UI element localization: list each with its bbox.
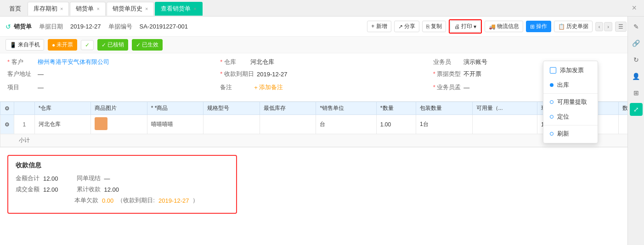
operation-button[interactable]: ⊞ 操作 [526, 21, 551, 32]
prev-button[interactable]: ‹ [595, 22, 604, 31]
col-gear[interactable]: ⚙ [0, 102, 14, 115]
copy-icon: ⎘ [426, 23, 429, 30]
sidebar-grid-icon[interactable]: ⊞ [630, 86, 643, 99]
due-suffix: （收款到期日: [117, 196, 155, 205]
list-view-toggle[interactable]: ☰ [615, 22, 627, 32]
next-button[interactable]: › [604, 22, 612, 31]
row-available [472, 115, 537, 134]
col-warehouse: *仓库 [34, 102, 91, 115]
dropdown-location[interactable]: 定位 [543, 109, 598, 124]
not-open-label: 未开票 [56, 41, 73, 49]
ticket-type-label: 票据类型 [433, 70, 461, 78]
total-label: 金额合计 [16, 174, 40, 182]
dropdown-quantity-extract[interactable]: 可用量提取 [543, 95, 598, 109]
doc-title: 销货单 [14, 23, 32, 31]
print-highlight-box: 🖨 打印 ▾ [449, 19, 482, 34]
col-unit: *销售单位 [316, 102, 376, 115]
right-sidebar: ✎ 🔗 ↻ 👤 ⊞ ⤢ [627, 17, 644, 245]
remark-field: 备注 + 添加备注 [220, 82, 424, 93]
close-view-sales-tab[interactable]: × [193, 6, 196, 11]
close-sales-tab[interactable]: × [96, 6, 99, 11]
from-phone-button[interactable]: 📱 来自手机 [6, 39, 44, 51]
tab-view-sales[interactable]: 查看销货单 × [155, 2, 202, 16]
date-label: 单据日期 [39, 23, 63, 31]
sidebar-refresh-icon[interactable]: ↻ [630, 53, 643, 66]
dropdown-add-invoice[interactable]: 添加发票 [543, 63, 598, 78]
print-dropdown-icon: ▾ [474, 23, 476, 30]
new-label: + 新增 [371, 23, 387, 30]
col-available: 可用量（... [472, 102, 537, 115]
payment-section: 收款信息 金额合计 12.00 同单现结 — 成交金额 12.00 [0, 148, 644, 221]
effective-label: 已生效 [142, 41, 158, 49]
share-button[interactable]: ↗ 分享 [394, 21, 419, 32]
due-suffix2: ） [192, 196, 198, 205]
check-icon-btn[interactable]: ✓ [81, 40, 94, 50]
total-value: 12.00 [43, 175, 58, 182]
form-row-1: 客户 柳州粤港平安气体有限公司 仓库 河北仓库 业务员 演示账号 [7, 58, 637, 66]
sidebar-user-icon[interactable]: 👤 [630, 70, 643, 83]
effective-badge[interactable]: ✓ 已生效 [132, 39, 163, 51]
same-order-label: 同单现结 [77, 174, 101, 182]
phone-icon: 📱 [10, 42, 17, 48]
effect-check-icon: ✓ [136, 42, 141, 48]
checked-badge[interactable]: ✓ 已核销 [97, 39, 128, 51]
print-button[interactable]: 🖨 打印 ▾ [450, 21, 480, 32]
window-close-button[interactable]: × [628, 3, 640, 13]
sidebar-edit-icon[interactable]: ✎ [630, 20, 643, 33]
tab-sales[interactable]: 销货单 × [70, 2, 105, 16]
history-button[interactable]: 📋 历史单据 [554, 21, 593, 32]
logistics-label: 物流信息 [497, 23, 519, 30]
same-order-item: 同单现结 — [77, 174, 110, 182]
sidebar-link-icon[interactable]: 🔗 [630, 37, 643, 50]
add-remark-button[interactable]: + 添加备注 [250, 82, 287, 93]
nav-arrows: ‹ › [595, 22, 612, 31]
dropdown-divider-1 [543, 93, 598, 94]
row-product: 嘻嘻嘻嘻 [147, 115, 203, 134]
payment-date-value: 2019-12-27 [257, 71, 288, 78]
dropdown-divider-2 [543, 125, 598, 125]
outbound-icon [550, 83, 554, 87]
due-label: 本单欠款 [74, 196, 98, 205]
dropdown-refresh[interactable]: 刷新 [543, 126, 598, 141]
payment-title: 收款信息 [16, 161, 229, 170]
not-open-badge[interactable]: ● 未开票 [48, 39, 77, 51]
payment-row-3: 本单欠款 0.00 （收款到期日: 2019-12-27 ） [16, 196, 229, 205]
new-button[interactable]: + 新增 [367, 21, 391, 32]
from-phone-label: 来自手机 [18, 41, 40, 49]
row-product-img [91, 115, 147, 134]
tab-inventory[interactable]: 库存期初 × [28, 2, 69, 16]
close-inventory-tab[interactable]: × [60, 6, 63, 11]
total-item: 金额合计 12.00 [16, 174, 58, 182]
ticket-type-value: 不开票 [463, 70, 481, 78]
operation-dropdown: 添加发票 出库 可用量提取 定位 刷新 [543, 61, 598, 143]
logistics-icon: 🚚 [489, 23, 496, 30]
customer-value[interactable]: 柳州粤港平安气体有限公司 [38, 58, 109, 66]
address-label: 客户地址 [7, 70, 35, 78]
tab-sales-history[interactable]: 销货单历史 × [107, 2, 154, 16]
remark-label: 备注 [220, 83, 248, 91]
location-label: 定位 [557, 113, 569, 121]
dropdown-outbound[interactable]: 出库 [543, 78, 598, 92]
project-value: — [38, 84, 44, 91]
address-value: — [38, 71, 44, 78]
quantity-extract-label: 可用量提取 [557, 98, 587, 106]
tab-home[interactable]: 首页 [4, 2, 27, 16]
row-gear[interactable]: ⚙ [0, 115, 14, 134]
form-row-2: 客户地址 — 收款到期日 2019-12-27 票据类型 不开票 [7, 70, 637, 78]
row-warehouse: 河北仓库 [34, 115, 91, 134]
history-label: 历史单据 [566, 23, 588, 30]
header-row: ↺ 销货单 单据日期 2019-12-27 单据编号 SA-20191227-0… [0, 17, 644, 37]
close-sales-history-tab[interactable]: × [145, 6, 148, 11]
logistics-button[interactable]: 🚚 物流信息 [485, 21, 523, 32]
sales-history-tab-label: 销货单历史 [113, 5, 142, 13]
due-item: 本单欠款 0.00 （收款到期日: 2019-12-27 ） [16, 196, 198, 205]
col-row-num [14, 102, 35, 115]
row-spec [203, 115, 260, 134]
ticket-type-field: 票据类型 不开票 [433, 70, 637, 78]
plus-icon: + [254, 84, 258, 91]
copy-button[interactable]: ⎘ 复制 [422, 21, 446, 32]
add-remark-label: 添加备注 [259, 83, 283, 91]
operation-icon: ⊞ [530, 23, 535, 30]
refresh-label: 刷新 [557, 130, 569, 138]
sidebar-expand-icon[interactable]: ⤢ [630, 103, 643, 116]
